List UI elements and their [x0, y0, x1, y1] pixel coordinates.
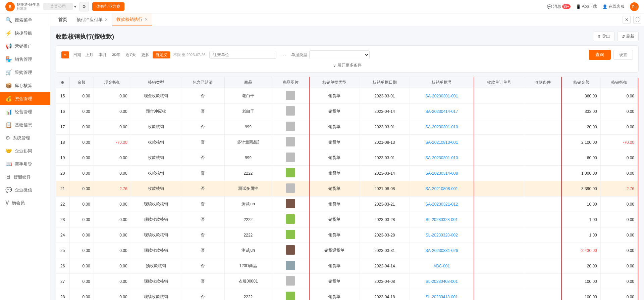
bill-no-link[interactable]: SA-20230331-026: [425, 248, 458, 253]
bill-no-link[interactable]: SL-20230418-001: [426, 295, 458, 299]
cell-bill-date: 2023-03-31: [360, 243, 410, 258]
cell-payment-terms: [524, 258, 562, 274]
cell-bill-no: SA-20210813-001: [410, 135, 474, 150]
sidebar-item-search[interactable]: 🔍 搜索菜单: [0, 13, 50, 27]
tab-expand-button[interactable]: ⛶: [633, 16, 641, 24]
refresh-icon: ↺: [622, 34, 625, 39]
cell-bill-no: SA-20230301-010: [410, 150, 474, 166]
query-button[interactable]: 查询: [589, 50, 611, 60]
sidebar-item-sales[interactable]: 🏪 销售管理: [0, 53, 50, 66]
sidebar-item-system[interactable]: ⚙ 系统管理: [0, 131, 50, 144]
cell-bill-date: 2021-08-13: [360, 135, 410, 150]
bill-no-link[interactable]: SA-20230314-008: [425, 171, 458, 176]
bill-no-link[interactable]: SL-20230328-001: [426, 217, 458, 222]
bill-type-select[interactable]: [309, 50, 370, 59]
table-row: 19 0.00 0.00 收款核销 否 999 销货单 2023-03-01 S…: [56, 150, 638, 166]
sidebar-item-inventory[interactable]: 📦 库存核算: [0, 79, 50, 92]
bill-no-link[interactable]: SL-20230408-001: [426, 279, 458, 284]
date-filter-group: 日期 上月 本月 本年 近7天 更多 自定义 不限 至 2023-07-26: [73, 51, 205, 58]
tab-prepayment[interactable]: 预付冲应付单 ✕: [72, 13, 112, 26]
settings-button[interactable]: ⚙: [79, 2, 89, 11]
bill-no-link[interactable]: SL-20230328-002: [426, 233, 458, 238]
bill-no-link[interactable]: SA-20210813-001: [425, 140, 458, 145]
bill-no-link[interactable]: SA-20230301-010: [425, 125, 458, 129]
cell-goods: 老白干: [225, 104, 272, 119]
cell-write-off-type: 现续收款核销: [131, 243, 181, 258]
sidebar-item-collab[interactable]: 🤝 企业协同: [0, 144, 50, 158]
bill-no-link[interactable]: SA-20210808-001: [425, 186, 458, 191]
sidebar-item-member[interactable]: V 畅会员: [0, 197, 50, 209]
cell-include-settled: 否: [181, 197, 224, 212]
col-goods: 商品: [225, 77, 272, 88]
trial-button[interactable]: 体验行业方案: [92, 2, 124, 11]
user-avatar[interactable]: Rit: [630, 2, 639, 11]
period-this-month[interactable]: 本月: [97, 51, 109, 58]
sidebar-item-finance[interactable]: 💰 资金管理: [0, 92, 50, 105]
filter-toggle-button[interactable]: »: [61, 51, 69, 58]
cell-id: 18: [56, 135, 69, 150]
basic-icon: 📋: [5, 122, 12, 128]
tab-writeoff-close[interactable]: ✕: [145, 17, 148, 22]
sidebar-item-marketing[interactable]: 📢 营销推广: [0, 40, 50, 53]
period-more[interactable]: 更多: [139, 51, 151, 58]
cell-goods: 123D商品: [225, 258, 272, 274]
tab-home[interactable]: 首页: [53, 17, 72, 23]
tab-close-button[interactable]: ✕: [623, 16, 631, 24]
cell-goods: 999: [225, 150, 272, 166]
top-bar: 6 畅捷通·好生意 标准版 某某公司 ▾ ⚙ 体验行业方案 💬 消息 99+ 📱…: [0, 0, 644, 13]
sidebar-item-basic[interactable]: 📋 基础信息: [0, 118, 50, 131]
hardware-icon: 🖥: [5, 174, 11, 180]
bill-no-link[interactable]: ABC-001: [433, 264, 450, 268]
bill-no-link[interactable]: SA-20230321-012: [425, 202, 458, 207]
cell-payment-terms: [524, 135, 562, 150]
bill-no-link[interactable]: SA-20230301-001: [425, 94, 458, 98]
sidebar-item-label: 新手引导: [15, 161, 32, 167]
export-button[interactable]: ⬆ 导出: [593, 32, 614, 41]
period-7days[interactable]: 近7天: [123, 51, 138, 58]
cell-include-settled: 否: [181, 258, 224, 274]
cell-payment-terms: [524, 289, 562, 300]
sidebar-item-wechat[interactable]: 💬 企业微信: [0, 183, 50, 197]
table-scroll[interactable]: ⚙ 余额 现金折扣 核销类型 包含已结清 商品 商品图片 核销单据类型 核销单据…: [56, 77, 638, 300]
period-last-month[interactable]: 上月: [83, 51, 95, 58]
page-title: 收款核销执行(按收款): [56, 33, 114, 41]
cell-id: 25: [56, 243, 69, 258]
messages-button[interactable]: 💬 消息 99+: [547, 4, 571, 9]
bill-no-link[interactable]: SA-20230414-017: [425, 109, 458, 114]
page-content: 收款核销执行(按收款) ⬆ 导出 ↺ 刷新 » 日期: [50, 26, 644, 300]
cell-goods: 测试jun: [225, 197, 272, 212]
refresh-button[interactable]: ↺ 刷新: [617, 32, 639, 41]
filter-settings-button[interactable]: 设置: [613, 50, 633, 60]
sidebar-item-label: 企业协同: [15, 148, 32, 154]
cell-goods: 2222: [225, 227, 272, 243]
cell-payment-terms: [524, 119, 562, 135]
cell-balance: 0.00: [69, 289, 94, 300]
sidebar-item-hardware[interactable]: 🖥 智能硬件: [0, 171, 50, 183]
bill-no-link[interactable]: SA-20230301-010: [425, 156, 458, 160]
cell-goods-img: [272, 274, 309, 289]
sidebar-item-guide[interactable]: 📖 新手引导: [0, 158, 50, 171]
tab-bar-actions: ✕ ⛶: [623, 16, 641, 24]
cell-collection-order-no: [474, 243, 524, 258]
cell-cash-discount: -70.00: [94, 135, 131, 150]
cell-id: 28: [56, 289, 69, 300]
cell-balance: 0.00: [69, 197, 94, 212]
app-download-button[interactable]: 📱 App下载: [576, 4, 597, 9]
cell-write-off-type: 现续收款核销: [131, 212, 181, 227]
table-row: 25 0.00 0.00 现续收款核销 否 测试jun 销货退货单 2023-0…: [56, 243, 638, 258]
company-selector[interactable]: 某某公司 ▾: [43, 3, 76, 10]
period-this-year[interactable]: 本年: [110, 51, 122, 58]
cell-cash-discount: -2.76: [94, 181, 131, 197]
online-service-button[interactable]: 👤 在线客服: [602, 4, 625, 9]
period-custom[interactable]: 自定义: [153, 51, 170, 58]
sidebar-item-operations[interactable]: 📊 经营管理: [0, 105, 50, 118]
tab-prepayment-close[interactable]: ✕: [105, 17, 108, 22]
expand-conditions-button[interactable]: ∨ 展开更多条件: [333, 62, 362, 68]
sidebar-item-label: 系统管理: [13, 135, 30, 141]
sidebar-item-purchase[interactable]: 🛒 采购管理: [0, 66, 50, 79]
cell-payment-terms: [524, 181, 562, 197]
cell-include-settled: 否: [181, 274, 224, 289]
partner-input[interactable]: [209, 51, 276, 59]
sidebar-item-shortcut[interactable]: ⚡ 快捷导航: [0, 27, 50, 40]
tab-writeoff[interactable]: 收款核销执行 ✕: [112, 13, 152, 26]
